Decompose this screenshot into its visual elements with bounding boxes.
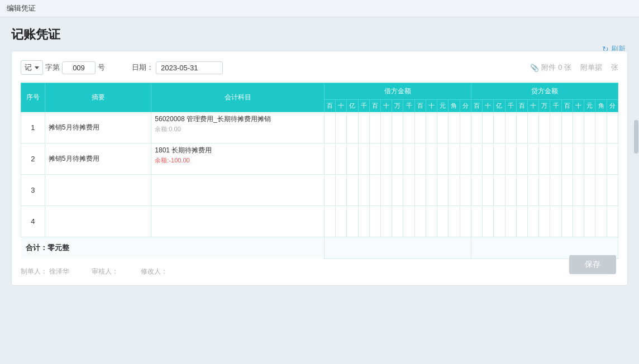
row-summary[interactable]: 摊销5月待摊费用 bbox=[45, 112, 151, 143]
debit-cell[interactable] bbox=[358, 112, 369, 143]
credit-cell[interactable] bbox=[561, 206, 573, 237]
debit-cell[interactable] bbox=[336, 112, 347, 143]
debit-cell[interactable] bbox=[347, 112, 358, 143]
row-account[interactable] bbox=[151, 206, 325, 237]
credit-cell[interactable] bbox=[561, 143, 573, 175]
credit-cell[interactable] bbox=[595, 112, 607, 143]
credit-cell[interactable] bbox=[584, 175, 595, 206]
credit-cell[interactable] bbox=[505, 175, 516, 206]
debit-cell[interactable] bbox=[437, 206, 449, 237]
credit-cell[interactable] bbox=[595, 175, 607, 206]
debit-cell[interactable] bbox=[324, 175, 335, 206]
credit-cell[interactable] bbox=[516, 175, 527, 206]
credit-cell[interactable] bbox=[550, 143, 561, 175]
debit-cell[interactable] bbox=[358, 143, 369, 175]
debit-cell[interactable] bbox=[392, 143, 403, 175]
debit-cell[interactable] bbox=[347, 143, 358, 175]
debit-cell[interactable] bbox=[369, 143, 380, 175]
credit-cell[interactable] bbox=[505, 206, 516, 237]
debit-cell[interactable] bbox=[336, 143, 347, 175]
debit-cell[interactable] bbox=[392, 206, 403, 237]
row-account[interactable]: 56020008 管理费用_长期待摊费用摊销余额:0.00 bbox=[151, 112, 325, 143]
credit-cell[interactable] bbox=[471, 206, 482, 237]
debit-cell[interactable] bbox=[380, 206, 392, 237]
debit-cell[interactable] bbox=[426, 112, 437, 143]
number-input[interactable] bbox=[62, 61, 96, 74]
credit-cell[interactable] bbox=[573, 175, 584, 206]
debit-cell[interactable] bbox=[437, 175, 449, 206]
credit-cell[interactable] bbox=[516, 143, 527, 175]
credit-cell[interactable] bbox=[561, 112, 573, 143]
debit-cell[interactable] bbox=[336, 206, 347, 237]
debit-cell[interactable] bbox=[369, 206, 380, 237]
credit-cell[interactable] bbox=[483, 206, 494, 237]
credit-cell[interactable] bbox=[573, 143, 584, 175]
credit-cell[interactable] bbox=[550, 175, 561, 206]
credit-cell[interactable] bbox=[584, 143, 595, 175]
debit-cell[interactable] bbox=[449, 143, 460, 175]
debit-cell[interactable] bbox=[426, 206, 437, 237]
debit-cell[interactable] bbox=[460, 206, 471, 237]
scrollbar[interactable] bbox=[633, 118, 639, 296]
debit-cell[interactable] bbox=[358, 206, 369, 237]
credit-cell[interactable] bbox=[528, 206, 539, 237]
credit-cell[interactable] bbox=[607, 143, 618, 175]
debit-cell[interactable] bbox=[414, 206, 426, 237]
debit-cell[interactable] bbox=[426, 175, 437, 206]
debit-cell[interactable] bbox=[460, 175, 471, 206]
debit-cell[interactable] bbox=[392, 175, 403, 206]
debit-cell[interactable] bbox=[324, 206, 335, 237]
debit-cell[interactable] bbox=[392, 112, 403, 143]
date-input[interactable] bbox=[156, 61, 223, 74]
debit-cell[interactable] bbox=[324, 112, 335, 143]
credit-cell[interactable] bbox=[516, 112, 527, 143]
credit-cell[interactable] bbox=[595, 206, 607, 237]
row-summary[interactable] bbox=[45, 206, 151, 237]
credit-cell[interactable] bbox=[494, 206, 505, 237]
debit-cell[interactable] bbox=[347, 206, 358, 237]
debit-cell[interactable] bbox=[414, 112, 426, 143]
debit-cell[interactable] bbox=[380, 112, 392, 143]
credit-cell[interactable] bbox=[550, 206, 561, 237]
credit-cell[interactable] bbox=[483, 175, 494, 206]
credit-cell[interactable] bbox=[573, 112, 584, 143]
credit-cell[interactable] bbox=[471, 175, 482, 206]
debit-cell[interactable] bbox=[380, 143, 392, 175]
debit-cell[interactable] bbox=[426, 143, 437, 175]
debit-cell[interactable] bbox=[449, 112, 460, 143]
debit-cell[interactable] bbox=[414, 143, 426, 175]
credit-cell[interactable] bbox=[595, 143, 607, 175]
credit-cell[interactable] bbox=[550, 112, 561, 143]
debit-cell[interactable] bbox=[460, 143, 471, 175]
credit-cell[interactable] bbox=[528, 175, 539, 206]
debit-cell[interactable] bbox=[380, 175, 392, 206]
debit-cell[interactable] bbox=[324, 143, 335, 175]
credit-cell[interactable] bbox=[584, 206, 595, 237]
debit-cell[interactable] bbox=[414, 175, 426, 206]
credit-cell[interactable] bbox=[539, 175, 550, 206]
credit-cell[interactable] bbox=[483, 112, 494, 143]
credit-cell[interactable] bbox=[483, 143, 494, 175]
debit-cell[interactable] bbox=[369, 175, 380, 206]
credit-cell[interactable] bbox=[539, 143, 550, 175]
credit-cell[interactable] bbox=[516, 206, 527, 237]
attach-link[interactable]: 📎 附件 0 张 bbox=[530, 63, 571, 73]
credit-cell[interactable] bbox=[584, 112, 595, 143]
credit-cell[interactable] bbox=[561, 175, 573, 206]
row-account[interactable] bbox=[151, 175, 325, 206]
credit-cell[interactable] bbox=[505, 143, 516, 175]
debit-cell[interactable] bbox=[437, 112, 449, 143]
debit-cell[interactable] bbox=[347, 175, 358, 206]
debit-cell[interactable] bbox=[437, 143, 449, 175]
credit-cell[interactable] bbox=[539, 112, 550, 143]
debit-cell[interactable] bbox=[358, 175, 369, 206]
debit-cell[interactable] bbox=[403, 143, 414, 175]
credit-cell[interactable] bbox=[528, 143, 539, 175]
save-button[interactable]: 保存 bbox=[569, 255, 616, 274]
credit-cell[interactable] bbox=[607, 175, 618, 206]
debit-cell[interactable] bbox=[449, 175, 460, 206]
row-summary[interactable] bbox=[45, 175, 151, 206]
row-account[interactable]: 1801 长期待摊费用余额:-100.00 bbox=[151, 143, 325, 175]
credit-cell[interactable] bbox=[607, 112, 618, 143]
credit-cell[interactable] bbox=[494, 112, 505, 143]
